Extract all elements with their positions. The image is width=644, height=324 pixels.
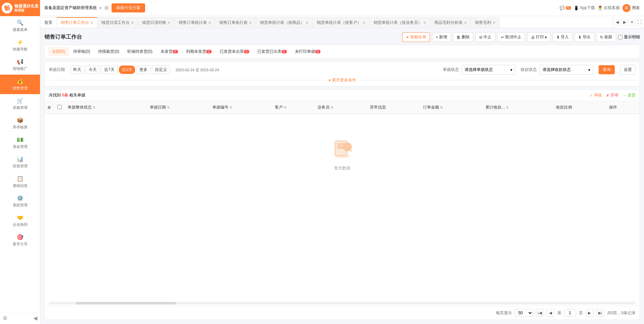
col-date-sort-icon[interactable]: ⇅: [167, 106, 170, 109]
sub-tab-not-printed[interactable]: 未打印单据0: [291, 47, 325, 56]
date-btn-more[interactable]: 更多: [136, 66, 151, 74]
first-page-button[interactable]: |◀: [536, 309, 544, 317]
cancel-review-action-button[interactable]: ✗ 弃审: [606, 92, 618, 98]
print-button[interactable]: 🖨 打印 ▾: [527, 32, 551, 42]
tab-sales-stats[interactable]: 销售订单统计表 ✕: [175, 17, 215, 28]
collapse-icon[interactable]: ◀: [33, 315, 37, 321]
topbar-dropdown-icon[interactable]: ▾: [99, 6, 101, 10]
sub-tab-shop-pending[interactable]: 旺铺待发货(0): [123, 47, 157, 56]
topbar-settings-icon[interactable]: ⚙: [104, 5, 109, 11]
ship-action-button[interactable]: → 发货: [622, 92, 636, 98]
sub-tab-shipped-out[interactable]: 已发货已出库0: [253, 47, 291, 56]
tabs-scroll-left[interactable]: ◀: [614, 19, 620, 26]
tab-profit-analysis[interactable]: 商品毛利分析表 ✕: [430, 17, 471, 28]
tab-goods-stats-customer-close[interactable]: ✕: [362, 21, 365, 25]
scroll-thumb[interactable]: [76, 302, 176, 305]
ai-generate-button[interactable]: ✦ 智能生单: [402, 32, 430, 42]
date-btn-1month[interactable]: 近1月: [119, 66, 135, 74]
tab-cash-workbench[interactable]: 钱货日清工作台 ✕: [97, 17, 138, 28]
search-button[interactable]: 查询: [599, 65, 615, 74]
tab-sales-exec[interactable]: 销售订单执行表 ✕: [215, 17, 256, 28]
tabs-close-all[interactable]: ✕: [629, 19, 635, 26]
import-button[interactable]: ⬆ 导入: [553, 32, 572, 42]
prev-page-button[interactable]: ◀: [547, 309, 555, 317]
show-detail-checkbox[interactable]: [618, 35, 622, 39]
sub-tab-pending-pick[interactable]: 待拣验货(0): [94, 47, 123, 56]
sidebar-item-marketing[interactable]: 📢 营销推广: [0, 55, 40, 75]
tab-cash-reconcile[interactable]: 钱货日清对账 ✕: [138, 17, 175, 28]
tab-sales-profit[interactable]: 销售毛利 ✕: [471, 17, 500, 28]
tabs-scroll-right[interactable]: ▶: [621, 19, 628, 26]
sidebar-item-system[interactable]: ⚙️ 系统管理: [0, 192, 40, 211]
last-page-button[interactable]: ▶|: [596, 309, 604, 317]
tab-goods-stats-customer[interactable]: 销货单统计表（按客户） ✕: [313, 17, 370, 28]
sidebar-item-corp[interactable]: 🤝 企业协同: [0, 211, 40, 231]
data-table: ⚙ 单据整体状态 ⇅ 单据日期 ⇅ 单据编号: [45, 101, 640, 114]
sub-tab-shipped-not-out[interactable]: 已发货未出库0: [216, 47, 253, 56]
sidebar-item-operation[interactable]: 📊 经营管理: [0, 153, 40, 172]
page-input[interactable]: [564, 309, 576, 317]
col-status-sort-icon[interactable]: ⇅: [93, 106, 95, 109]
sub-tab-overdue-not-shipped[interactable]: 到期未发货0: [182, 47, 216, 56]
tab-sales-profit-close[interactable]: ✕: [492, 21, 495, 25]
review-action-button[interactable]: ✓ 审核: [590, 92, 602, 98]
tab-goods-stats-product[interactable]: 销货单统计表（按商品） ✕: [256, 17, 313, 28]
refresh-button[interactable]: ↻ 刷新: [596, 32, 616, 42]
date-btn-7days[interactable]: 近7天: [101, 66, 118, 74]
app-download-button[interactable]: 📱 App下载: [574, 5, 595, 11]
date-btn-yesterday[interactable]: 昨天: [70, 66, 84, 74]
setting-filter-button[interactable]: 设置: [620, 65, 636, 75]
col-salesman-sort-icon[interactable]: ⇅: [331, 106, 333, 109]
tab-sales-stats-close[interactable]: ✕: [208, 21, 211, 25]
user-menu[interactable]: 友 用友: [622, 4, 640, 12]
date-btn-custom[interactable]: 自定义: [152, 66, 170, 74]
col-settings[interactable]: ⚙: [45, 101, 55, 114]
horizontal-scrollbar[interactable]: [49, 302, 636, 305]
status-select[interactable]: 请选择单据状态 ▾: [462, 65, 515, 75]
tab-home[interactable]: 首页: [40, 17, 57, 28]
col-payment-sort-icon[interactable]: ⇅: [506, 106, 509, 109]
col-customer-sort-icon[interactable]: ⇅: [284, 106, 287, 109]
tab-goods-stats-product-close[interactable]: ✕: [306, 21, 308, 25]
tab-cash-reconcile-close[interactable]: ✕: [168, 21, 170, 25]
tab-profit-analysis-close[interactable]: ✕: [464, 21, 467, 25]
tab-goods-stats-salesman[interactable]: 销货单统计表（按业务员） ✕: [370, 17, 430, 28]
tabs-fullscreen[interactable]: ⛶: [636, 19, 643, 26]
expand-button[interactable]: ▾ 展开更多条件: [329, 77, 356, 83]
online-service-button[interactable]: 👨‍💼 在线客服: [598, 5, 620, 11]
sub-tab-pending-review[interactable]: 待审核(0): [69, 47, 94, 56]
sidebar-item-finance[interactable]: 💵 资金管理: [0, 133, 40, 153]
stop-button[interactable]: ⊘ 中止: [475, 32, 495, 42]
sidebar-item-quick[interactable]: ⚡ 快捷导航: [0, 36, 40, 55]
export-button[interactable]: ⬇ 导出: [574, 32, 594, 42]
col-checkbox[interactable]: [55, 101, 65, 114]
sidebar-item-basic[interactable]: 📋 基础信息: [0, 172, 40, 192]
delete-button[interactable]: 🗑 删除: [453, 32, 473, 42]
col-number-sort-icon[interactable]: ⇅: [229, 106, 232, 109]
sidebar-item-purchase[interactable]: 🛒 采购管理: [0, 94, 40, 114]
sub-tab-not-shipped[interactable]: 未发货0: [157, 47, 182, 56]
next-page-button[interactable]: ▶: [586, 309, 594, 317]
sidebar-item-search[interactable]: 🔍 搜索菜单: [0, 16, 40, 36]
sidebar-item-inventory[interactable]: 📦 库存核算: [0, 114, 40, 133]
page-size-select[interactable]: 20 50 100: [515, 309, 533, 317]
tab-goods-stats-salesman-close[interactable]: ✕: [423, 21, 426, 25]
show-detail-checkbox-label[interactable]: 显示明细: [618, 34, 640, 40]
tab-sales-exec-close[interactable]: ✕: [249, 21, 252, 25]
message-button[interactable]: 💬 6: [560, 6, 571, 10]
add-button[interactable]: + 新增: [432, 32, 451, 42]
settings-icon[interactable]: ⚙: [3, 315, 7, 321]
payment-select[interactable]: 请选择收款状态 ▾: [540, 65, 593, 75]
industry-solution-button[interactable]: 体验行业方案: [112, 3, 145, 12]
sidebar-item-sales[interactable]: 💰 销售管理: [0, 75, 40, 94]
tab-sales-workbench-close[interactable]: ✕: [90, 21, 93, 25]
date-btn-today[interactable]: 今天: [86, 66, 100, 74]
tab-sales-workbench[interactable]: 销售订单工作台 ✕: [57, 17, 97, 28]
sub-tab-all[interactable]: 全部(0): [48, 47, 69, 56]
col-amount-sort-icon[interactable]: ⇅: [440, 106, 443, 109]
tab-cash-reconcile-label: 钱货日清对账: [142, 20, 166, 26]
cancel-stop-button[interactable]: ↩ 取消中止: [497, 32, 525, 42]
tab-cash-workbench-close[interactable]: ✕: [131, 21, 134, 25]
sidebar-item-guide[interactable]: 🎯 新手引导: [0, 231, 40, 250]
select-all-checkbox[interactable]: [57, 105, 62, 109]
